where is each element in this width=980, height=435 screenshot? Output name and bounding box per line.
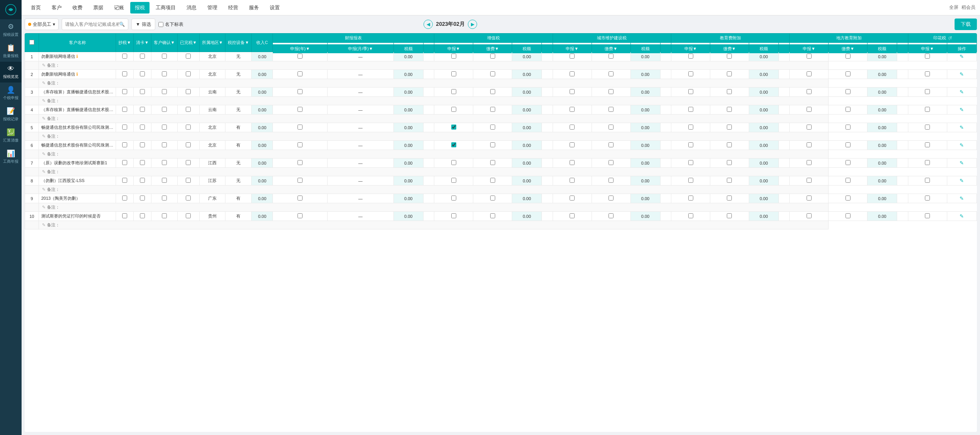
edit-icon[interactable]: ✎ bbox=[960, 196, 964, 201]
local-pay-cb[interactable] bbox=[846, 89, 851, 94]
card-cb[interactable] bbox=[140, 125, 145, 130]
vat-pay-cb[interactable] bbox=[490, 125, 495, 130]
fin-year-cb[interactable] bbox=[298, 142, 303, 147]
tax-cb[interactable] bbox=[122, 213, 127, 218]
local-cb[interactable] bbox=[807, 54, 812, 59]
stamp-cb[interactable] bbox=[925, 89, 930, 94]
edu-cb[interactable] bbox=[688, 107, 693, 112]
city-cb[interactable] bbox=[570, 178, 575, 183]
note-pencil-icon[interactable]: ✎ bbox=[42, 187, 45, 192]
tax-cb[interactable] bbox=[122, 89, 127, 94]
note-pencil-icon[interactable]: ✎ bbox=[42, 169, 45, 174]
edit-icon[interactable]: ✎ bbox=[960, 142, 964, 148]
edu-pay-cb[interactable] bbox=[727, 160, 732, 165]
checkbox[interactable] bbox=[451, 107, 456, 112]
nav-item-收费[interactable]: 收费 bbox=[68, 2, 87, 13]
tax-cb[interactable] bbox=[122, 178, 127, 183]
city-cb[interactable] bbox=[570, 125, 575, 130]
vat-pay-cb[interactable] bbox=[490, 178, 495, 183]
fin-year-cb[interactable] bbox=[298, 178, 303, 183]
edit-icon[interactable]: ✎ bbox=[960, 89, 964, 95]
fin-year-cb[interactable] bbox=[298, 89, 303, 94]
vat-pay-cb[interactable] bbox=[490, 142, 495, 147]
vip-btn[interactable]: 稻会员 bbox=[962, 4, 975, 11]
checkbox[interactable] bbox=[451, 213, 456, 218]
city-pay-cb[interactable] bbox=[609, 54, 614, 59]
note-pencil-icon[interactable]: ✎ bbox=[42, 116, 45, 121]
warning-icon[interactable]: ℹ bbox=[114, 125, 116, 130]
fin-year-cb[interactable] bbox=[298, 196, 303, 201]
confirm-cb[interactable] bbox=[162, 71, 167, 76]
city-pay-cb[interactable] bbox=[609, 125, 614, 130]
confirm-cb[interactable] bbox=[162, 125, 167, 130]
edit-icon[interactable]: ✎ bbox=[960, 125, 964, 130]
city-cb[interactable] bbox=[570, 142, 575, 147]
nav-item-经营[interactable]: 经营 bbox=[224, 2, 243, 13]
city-pay-cb[interactable] bbox=[609, 178, 614, 183]
edu-cb[interactable] bbox=[688, 213, 693, 218]
card-cb[interactable] bbox=[140, 71, 145, 76]
stamp-cb[interactable] bbox=[925, 213, 930, 218]
note-pencil-icon[interactable]: ✎ bbox=[42, 134, 45, 139]
filed-cb[interactable] bbox=[186, 196, 191, 201]
edu-pay-cb[interactable] bbox=[727, 125, 732, 130]
city-pay-cb[interactable] bbox=[609, 196, 614, 201]
fin-year-cb[interactable] bbox=[298, 213, 303, 218]
edit-icon[interactable]: ✎ bbox=[960, 213, 964, 219]
nav-item-服务[interactable]: 服务 bbox=[244, 2, 264, 13]
edit-icon[interactable]: ✎ bbox=[960, 54, 964, 59]
filed-cb[interactable] bbox=[186, 160, 191, 165]
sidebar-item-2[interactable]: 👁报税览览 bbox=[0, 62, 22, 83]
stamp-cb[interactable] bbox=[925, 196, 930, 201]
edu-cb[interactable] bbox=[688, 142, 693, 147]
sidebar-item-4[interactable]: 📝报税记录 bbox=[0, 104, 22, 125]
stamp-cb[interactable] bbox=[925, 125, 930, 130]
edu-cb[interactable] bbox=[688, 178, 693, 183]
edu-pay-cb[interactable] bbox=[727, 178, 732, 183]
note-pencil-icon[interactable]: ✎ bbox=[42, 81, 45, 86]
edit-icon[interactable]: ✎ bbox=[960, 178, 964, 184]
warning-icon[interactable]: ℹ bbox=[76, 54, 78, 59]
note-pencil-icon[interactable]: ✎ bbox=[42, 223, 45, 228]
city-pay-cb[interactable] bbox=[609, 89, 614, 94]
stamp-cb[interactable] bbox=[925, 178, 930, 183]
stamp-cb[interactable] bbox=[925, 71, 930, 76]
city-cb[interactable] bbox=[570, 71, 575, 76]
vat-pay-cb[interactable] bbox=[490, 213, 495, 218]
named-table-check-input[interactable] bbox=[158, 22, 163, 27]
local-pay-cb[interactable] bbox=[846, 160, 851, 165]
edu-pay-cb[interactable] bbox=[727, 54, 732, 59]
local-cb[interactable] bbox=[807, 142, 812, 147]
filed-cb[interactable] bbox=[186, 213, 191, 218]
confirm-cb[interactable] bbox=[162, 213, 167, 218]
filed-cb[interactable] bbox=[186, 107, 191, 112]
nav-item-消息[interactable]: 消息 bbox=[182, 2, 201, 13]
nav-item-记账[interactable]: 记账 bbox=[109, 2, 129, 13]
filed-cb[interactable] bbox=[186, 125, 191, 130]
local-pay-cb[interactable] bbox=[846, 142, 851, 147]
search-box[interactable]: 🔍 bbox=[62, 19, 128, 30]
city-cb[interactable] bbox=[570, 89, 575, 94]
city-pay-cb[interactable] bbox=[609, 71, 614, 76]
confirm-cb[interactable] bbox=[162, 160, 167, 165]
nav-item-工商项目[interactable]: 工商项目 bbox=[151, 2, 180, 13]
edu-pay-cb[interactable] bbox=[727, 71, 732, 76]
card-cb[interactable] bbox=[140, 142, 145, 147]
local-cb[interactable] bbox=[807, 89, 812, 94]
stamp-cb[interactable] bbox=[925, 160, 930, 165]
fullscreen-btn[interactable]: 全屏 bbox=[949, 4, 958, 11]
warning-icon[interactable]: ℹ bbox=[114, 143, 116, 147]
fin-year-cb[interactable] bbox=[298, 107, 303, 112]
filed-cb[interactable] bbox=[186, 54, 191, 59]
local-cb[interactable] bbox=[807, 107, 812, 112]
prev-month-btn[interactable]: ◀ bbox=[424, 20, 433, 29]
sidebar-item-3[interactable]: 👤个税申报 bbox=[0, 83, 22, 104]
city-cb[interactable] bbox=[570, 160, 575, 165]
edit-icon[interactable]: ✎ bbox=[960, 71, 964, 77]
stamp-cb[interactable] bbox=[925, 107, 930, 112]
confirm-cb[interactable] bbox=[162, 89, 167, 94]
local-pay-cb[interactable] bbox=[846, 178, 851, 183]
local-pay-cb[interactable] bbox=[846, 196, 851, 201]
employee-filter[interactable]: 全部员工 ▾ bbox=[25, 19, 59, 30]
city-pay-cb[interactable] bbox=[609, 213, 614, 218]
